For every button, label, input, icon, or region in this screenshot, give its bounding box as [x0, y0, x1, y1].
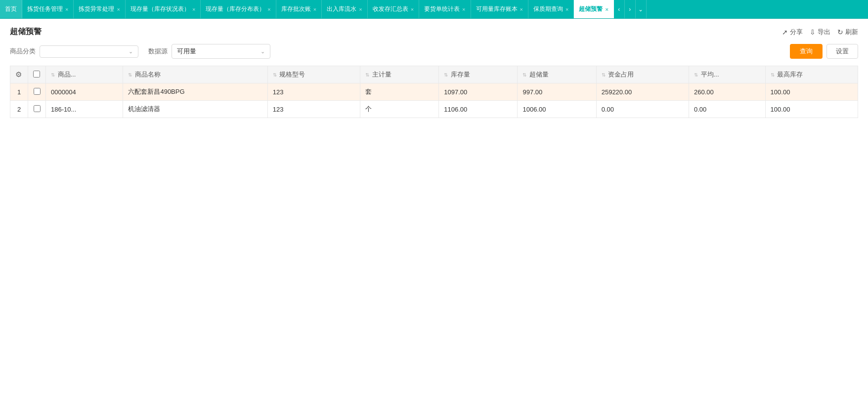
- col-product-name-header[interactable]: ⇅ 商品名称: [123, 66, 267, 83]
- nav-item-receipt-summary[interactable]: 收发存汇总表 ×: [368, 0, 419, 18]
- row-index: 2: [10, 101, 28, 118]
- sort-icon: ⇅: [128, 72, 132, 78]
- nav-menu-arrow[interactable]: ⌄: [636, 0, 647, 18]
- nav-item-current-stock-status[interactable]: 现存量（库存状况表） ×: [126, 0, 201, 18]
- col-overstock-header[interactable]: ⇅ 超储量: [518, 66, 596, 83]
- chevron-down-icon: ⌄: [260, 48, 265, 55]
- row-max-stock: 100.00: [765, 101, 858, 118]
- close-icon[interactable]: ×: [359, 6, 362, 12]
- nav-item-overstock-warning[interactable]: 超储预警 ×: [574, 0, 613, 18]
- close-icon[interactable]: ×: [565, 6, 568, 12]
- table-body: 1 0000004 六配套新昌490BPG 123 套 1097.00 997.…: [10, 83, 858, 118]
- table-header: ⚙ ⇅ 商品... ⇅ 商品名称 ⇅ 规格型号: [10, 66, 858, 83]
- col-stock-header[interactable]: ⇅ 库存量: [439, 66, 518, 83]
- row-product-code: 0000004: [46, 83, 123, 101]
- nav-next-arrow[interactable]: ›: [625, 0, 636, 18]
- sort-icon: ⇅: [694, 72, 698, 78]
- col-spec-header[interactable]: ⇅ 规格型号: [267, 66, 360, 83]
- row-stock: 1097.00: [439, 83, 518, 101]
- page-header: 超储预警 ➚ 分享 ⇩ 导出 ↻ 刷新: [10, 27, 858, 37]
- sort-icon: ⇅: [522, 72, 526, 78]
- close-icon[interactable]: ×: [520, 6, 523, 12]
- row-overstock: 1006.00: [518, 101, 596, 118]
- filter-category: 商品分类 ⌄: [10, 45, 138, 58]
- export-icon: ⇩: [810, 28, 816, 36]
- sort-icon: ⇅: [51, 72, 55, 78]
- nav-item-inout-flow[interactable]: 出入库流水 ×: [322, 0, 367, 18]
- settings-button[interactable]: 设置: [826, 44, 858, 59]
- gear-icon[interactable]: ⚙: [15, 70, 22, 79]
- header-actions: ➚ 分享 ⇩ 导出 ↻ 刷新: [782, 28, 858, 37]
- share-button[interactable]: ➚ 分享: [782, 28, 803, 37]
- row-product-name: 六配套新昌490BPG: [123, 83, 267, 101]
- table-row: 1 0000004 六配套新昌490BPG 123 套 1097.00 997.…: [10, 83, 858, 101]
- close-icon[interactable]: ×: [267, 6, 270, 12]
- nav-item-order-stats[interactable]: 要货单统计表 ×: [419, 0, 471, 18]
- table-wrapper: ⚙ ⇅ 商品... ⇅ 商品名称 ⇅ 规格型号: [10, 66, 858, 118]
- row-checkbox-cell: [28, 83, 46, 101]
- sort-icon: ⇅: [771, 72, 775, 78]
- row-checkbox[interactable]: [34, 105, 41, 112]
- nav-item-available-stock[interactable]: 可用量库存账本 ×: [471, 0, 528, 18]
- close-icon[interactable]: ×: [313, 6, 316, 12]
- chevron-down-icon: ⌄: [129, 48, 133, 55]
- col-check-header: [28, 66, 46, 83]
- row-unit: 个: [360, 101, 439, 118]
- category-select[interactable]: ⌄: [40, 45, 138, 58]
- col-product-code-header[interactable]: ⇅ 商品...: [46, 66, 123, 83]
- close-icon[interactable]: ×: [411, 6, 414, 12]
- nav-item-picking-exception[interactable]: 拣货异常处理 ×: [74, 0, 125, 18]
- row-checkbox[interactable]: [34, 88, 41, 95]
- row-avg: 260.00: [689, 83, 766, 101]
- row-capital: 0.00: [596, 101, 689, 118]
- sort-icon: ⇅: [273, 72, 277, 78]
- datasource-label: 数据源: [148, 47, 168, 56]
- col-avg-header[interactable]: ⇅ 平均...: [689, 66, 766, 83]
- query-button[interactable]: 查询: [790, 44, 823, 59]
- sort-icon: ⇅: [602, 72, 606, 78]
- row-avg: 0.00: [689, 101, 766, 118]
- col-max-stock-header[interactable]: ⇅ 最高库存: [765, 66, 858, 83]
- top-navigation: 首页 拣货任务管理 × 拣货异常处理 × 现存量（库存状况表） × 现存量（库存…: [0, 0, 868, 19]
- refresh-icon: ↻: [837, 28, 843, 36]
- close-icon[interactable]: ×: [605, 6, 608, 12]
- select-all-checkbox[interactable]: [33, 71, 40, 78]
- row-checkbox-cell: [28, 101, 46, 118]
- row-spec: 123: [267, 101, 360, 118]
- row-spec: 123: [267, 83, 360, 101]
- close-icon[interactable]: ×: [117, 6, 120, 12]
- nav-item-quality-period[interactable]: 保质期查询 ×: [528, 0, 574, 18]
- refresh-button[interactable]: ↻ 刷新: [837, 28, 858, 37]
- close-icon[interactable]: ×: [462, 6, 465, 12]
- export-button[interactable]: ⇩ 导出: [810, 28, 830, 37]
- row-unit: 套: [360, 83, 439, 101]
- category-label: 商品分类: [10, 47, 36, 56]
- close-icon[interactable]: ×: [65, 6, 68, 12]
- col-settings-header: ⚙: [10, 66, 28, 83]
- row-overstock: 997.00: [518, 83, 596, 101]
- row-capital: 259220.00: [596, 83, 689, 101]
- nav-item-batch-account[interactable]: 库存批次账 ×: [276, 0, 322, 18]
- datasource-select[interactable]: 可用量 ⌄: [172, 44, 270, 59]
- filter-row: 商品分类 ⌄ 数据源 可用量 ⌄ 查询 设置: [10, 44, 858, 59]
- nav-prev-arrow[interactable]: ‹: [614, 0, 625, 18]
- nav-item-home[interactable]: 首页: [0, 0, 22, 18]
- sort-icon: ⇅: [365, 72, 369, 78]
- row-product-code: 186-10...: [46, 101, 123, 118]
- filter-datasource: 数据源 可用量 ⌄: [148, 44, 270, 59]
- datasource-value: 可用量: [177, 47, 196, 56]
- close-icon[interactable]: ×: [192, 6, 195, 12]
- page-title: 超储预警: [10, 27, 42, 37]
- row-stock: 1106.00: [439, 101, 518, 118]
- col-capital-header[interactable]: ⇅ 资金占用: [596, 66, 689, 83]
- col-unit-header[interactable]: ⇅ 主计量: [360, 66, 439, 83]
- page-container: 超储预警 ➚ 分享 ⇩ 导出 ↻ 刷新 商品分类 ⌄ 数据源: [0, 19, 868, 126]
- filter-buttons: 查询 设置: [790, 44, 858, 59]
- sort-icon: ⇅: [444, 72, 448, 78]
- data-table: ⚙ ⇅ 商品... ⇅ 商品名称 ⇅ 规格型号: [10, 66, 858, 118]
- nav-item-picking-task[interactable]: 拣货任务管理 ×: [22, 0, 74, 18]
- nav-item-current-stock-dist[interactable]: 现存量（库存分布表） ×: [201, 0, 276, 18]
- row-index: 1: [10, 83, 28, 101]
- share-icon: ➚: [782, 28, 788, 36]
- table-row: 2 186-10... 机油滤清器 123 个 1106.00 1006.00 …: [10, 101, 858, 118]
